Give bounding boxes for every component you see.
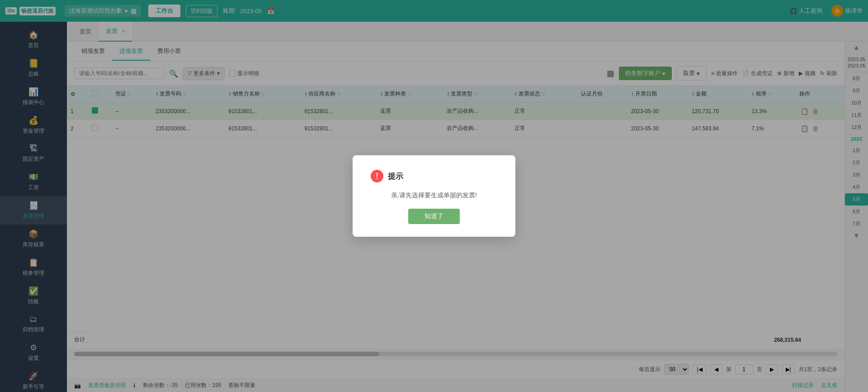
dialog-ok-button[interactable]: 知道了 xyxy=(408,209,460,224)
dialog-title: 提示 xyxy=(388,171,403,182)
dialog-header: ! 提示 xyxy=(371,170,403,182)
dialog-body: 亲,请先选择要生成单据的发票! xyxy=(391,191,477,200)
dialog: ! 提示 亲,请先选择要生成单据的发票! 知道了 xyxy=(353,155,515,237)
dialog-footer: 知道了 xyxy=(371,209,497,224)
warning-icon: ! xyxy=(371,170,383,182)
dialog-overlay[interactable]: ! 提示 亲,请先选择要生成单据的发票! 知道了 xyxy=(0,0,868,392)
